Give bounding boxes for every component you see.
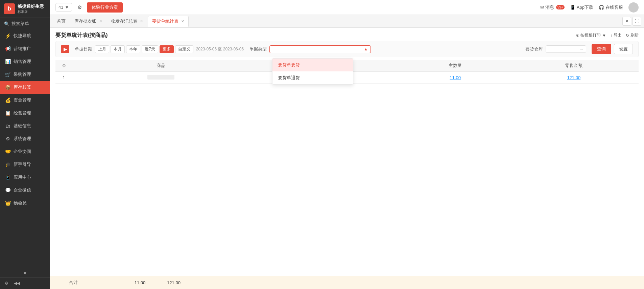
quantity-link[interactable]: 11.00 — [450, 75, 461, 80]
col-settings: ⚙ — [55, 60, 72, 72]
wechat-icon: 💬 — [5, 187, 11, 193]
date-btn-last-7-days[interactable]: 近7天 — [142, 45, 158, 53]
date-btn-more[interactable]: 更多 — [160, 45, 174, 53]
topbar-right: ✉ 消息 99+ 📱 App下载 🎧 在线客服 — [540, 2, 639, 13]
warehouse-more-icon[interactable]: ··· — [580, 47, 583, 51]
sidebar-scroll-down[interactable]: ▼ — [0, 269, 50, 277]
topbar: 41 ▼ ⚙ 体验行业方案 ✉ 消息 99+ 📱 App下载 🎧 在线客服 — [50, 0, 644, 15]
collab-icon: 🤝 — [5, 149, 11, 155]
message-icon: ✉ — [540, 5, 544, 10]
sidebar-search[interactable]: 🔍 搜索菜单 — [0, 18, 50, 29]
finance-icon: 💰 — [5, 97, 11, 103]
phone-icon: 📱 — [570, 5, 575, 10]
settings-button[interactable]: 设置 — [614, 44, 633, 54]
col-amount: 零售金额 — [509, 60, 639, 72]
system-icon: ⚙ — [5, 136, 11, 142]
marketing-icon: 📢 — [5, 46, 11, 52]
tabbar-actions: ✕ ⛶ — [622, 17, 641, 26]
sidebar-item-system[interactable]: ⚙ 系统管理 — [0, 132, 50, 145]
type-filter-label: 单据类型 — [249, 46, 267, 52]
store-selector[interactable]: 41 ▼ — [55, 3, 72, 12]
filter-warehouse-group: 要货仓库 ··· — [525, 45, 586, 53]
tab-order-stats[interactable]: 要货单统计表 ✕ — [148, 16, 189, 27]
headset-icon: 🎧 — [599, 5, 604, 10]
date-btn-custom[interactable]: 自定义 — [175, 45, 193, 53]
collapse-btn[interactable]: ◀◀ — [14, 281, 20, 286]
page-title: 要货单统计表(按商品) — [55, 32, 108, 39]
tab-receivable-summary-close[interactable]: ✕ — [140, 19, 143, 23]
tab-order-stats-close[interactable]: ✕ — [181, 19, 184, 24]
tab-inventory-batch-close[interactable]: ✕ — [99, 19, 102, 23]
sidebar-item-inventory[interactable]: 📦 库存核算 — [0, 81, 50, 94]
warehouse-filter-input-wrapper[interactable]: ··· — [546, 45, 586, 53]
date-buttons: 上月 本月 本年 近7天 更多 自定义 — [95, 45, 193, 53]
sidebar-bottom: ⚙ ◀◀ — [0, 277, 50, 289]
operation-icon: 📋 — [5, 110, 11, 116]
col-quantity: 主数量 — [402, 60, 509, 72]
gear-button[interactable]: ⚙ — [75, 3, 84, 12]
type-dropdown-arrow[interactable]: ▲ — [364, 47, 368, 51]
basic-icon: 🗂 — [5, 123, 11, 129]
print-action[interactable]: 🖨 按模板打印 ▼ — [575, 32, 606, 38]
guide-icon: 🎓 — [5, 161, 11, 168]
user-avatar[interactable] — [628, 2, 639, 13]
dropdown-item-order-goods[interactable]: 要货单要货 — [272, 59, 353, 71]
messages-action[interactable]: ✉ 消息 99+ — [540, 4, 565, 10]
page-content: 要货单统计表(按商品) 🖨 按模板打印 ▼ ↑ 导出 ↻ 刷新 ▶ — [50, 28, 644, 289]
store-name: 41 — [58, 5, 63, 10]
member-icon: 👑 — [5, 200, 11, 206]
sidebar-item-marketing[interactable]: 📢 营销推广 — [0, 42, 50, 55]
filter-expand-button[interactable]: ▶ — [61, 45, 69, 53]
sidebar-item-collab[interactable]: 🤝 企业协同 — [0, 145, 50, 158]
product-name-placeholder — [147, 75, 174, 80]
table-footer: 合计 11.00 121.00 — [50, 276, 644, 289]
amount-link[interactable]: 121.00 — [567, 75, 580, 80]
tab-home[interactable]: 首页 — [53, 16, 70, 26]
sidebar-item-member[interactable]: 👑 畅会员 — [0, 197, 50, 209]
settings-bottom-icon[interactable]: ⚙ — [5, 281, 8, 286]
main-area: 41 ▼ ⚙ 体验行业方案 ✉ 消息 99+ 📱 App下载 🎧 在线客服 — [50, 0, 644, 289]
type-filter-input-wrapper[interactable]: ▲ — [269, 45, 371, 53]
app-download-action[interactable]: 📱 App下载 — [570, 4, 593, 10]
refresh-icon: ↻ — [626, 33, 629, 38]
sidebar-item-wechat[interactable]: 💬 企业微信 — [0, 184, 50, 197]
inventory-icon: 📦 — [5, 84, 11, 90]
date-filter-label: 单据日期 — [75, 46, 92, 52]
sidebar-item-purchase[interactable]: 🛒 采购管理 — [0, 68, 50, 81]
industry-button[interactable]: 体验行业方案 — [87, 2, 123, 13]
sidebar-item-apps[interactable]: 📱 应用中心 — [0, 171, 50, 184]
column-settings-icon[interactable]: ⚙ — [62, 63, 66, 68]
tab-fullscreen-button[interactable]: ⛶ — [633, 17, 641, 26]
tab-inventory-batch[interactable]: 库存批次账 ✕ — [70, 16, 106, 26]
purchase-icon: 🛒 — [5, 71, 11, 77]
dropdown-item-order-return[interactable]: 要货单退货 — [272, 71, 353, 84]
sidebar-item-basic[interactable]: 🗂 基础信息 — [0, 119, 50, 132]
sidebar-item-finance[interactable]: 💰 资金管理 — [0, 94, 50, 107]
cell-seq: 1 — [55, 72, 72, 84]
date-btn-this-month[interactable]: 本月 — [111, 45, 125, 53]
sales-icon: 📊 — [5, 59, 11, 65]
footer-amount: 121.00 — [157, 280, 191, 285]
sidebar-item-quick-nav[interactable]: ⚡ 快捷导航 — [0, 29, 50, 42]
refresh-action[interactable]: ↻ 刷新 — [626, 32, 639, 38]
sidebar-item-operation[interactable]: 📋 经营管理 — [0, 107, 50, 119]
print-dropdown-icon: ▼ — [602, 33, 606, 38]
footer-values: 11.00 121.00 — [123, 280, 191, 285]
date-btn-this-year[interactable]: 本年 — [126, 45, 140, 53]
filter-type-group: 单据类型 ▲ — [249, 45, 520, 53]
table-container: ⚙ 商品 主计量单位 主数量 零售金额 1 块 — [50, 60, 644, 276]
date-btn-last-month[interactable]: 上月 — [95, 45, 109, 53]
tab-close-all-button[interactable]: ✕ — [622, 17, 631, 26]
tab-receivable-summary[interactable]: 收发存汇总表 ✕ — [107, 16, 147, 26]
tabbar: 首页 库存批次账 ✕ 收发存汇总表 ✕ 要货单统计表 ✕ ✕ ⛶ — [50, 15, 644, 28]
sidebar-item-sales[interactable]: 📊 销售管理 — [0, 55, 50, 68]
type-filter-input[interactable] — [272, 47, 364, 52]
footer-quantity: 11.00 — [123, 280, 157, 285]
export-action[interactable]: ↑ 导出 — [610, 32, 622, 38]
query-button[interactable]: 查询 — [592, 44, 611, 54]
footer-total-label: 合计 — [55, 280, 123, 286]
messages-badge: 99+ — [556, 5, 565, 9]
sidebar-item-guide[interactable]: 🎓 新手引导 — [0, 158, 50, 171]
online-service-action[interactable]: 🎧 在线客服 — [599, 4, 623, 10]
logo-icon: b — [4, 3, 15, 14]
